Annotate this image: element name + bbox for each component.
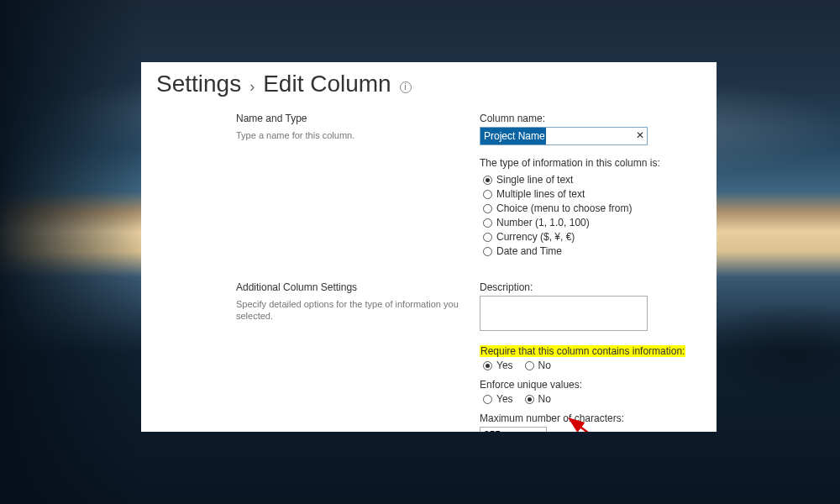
radio-icon (483, 233, 492, 242)
radio-icon (525, 361, 534, 370)
radio-label: No (538, 393, 551, 405)
column-type-radio-group: Single line of text Multiple lines of te… (483, 174, 701, 257)
radio-icon (525, 395, 534, 404)
section-name-and-type: Name and Type Type a name for this colum… (156, 113, 480, 260)
radio-label: Yes (496, 393, 513, 405)
breadcrumb-settings-link[interactable]: Settings (156, 71, 241, 97)
require-no[interactable]: No (525, 360, 551, 371)
column-name-input[interactable] (480, 127, 648, 145)
radio-icon (483, 204, 492, 213)
max-chars-input[interactable] (480, 427, 547, 432)
section-title: Additional Column Settings (236, 281, 471, 293)
radio-label: Yes (496, 360, 513, 371)
radio-date-time[interactable]: Date and Time (483, 245, 701, 257)
radio-label: Date and Time (496, 245, 562, 257)
radio-icon (483, 190, 492, 199)
radio-currency[interactable]: Currency ($, ¥, €) (483, 231, 701, 243)
settings-panel: Settings › Edit Column i Name and Type T… (141, 62, 717, 432)
description-textarea[interactable] (480, 296, 648, 331)
unique-yes[interactable]: Yes (483, 393, 513, 405)
radio-single-line[interactable]: Single line of text (483, 174, 701, 186)
radio-number[interactable]: Number (1, 1.0, 100) (483, 217, 701, 228)
require-radio-group: Yes No (483, 360, 701, 374)
radio-label: Number (1, 1.0, 100) (496, 217, 590, 228)
unique-radio-group: Yes No (483, 393, 701, 407)
radio-icon (483, 361, 492, 370)
require-yes[interactable]: Yes (483, 360, 513, 371)
section-description: Specify detailed options for the type of… (236, 298, 471, 323)
radio-label: Currency ($, ¥, €) (496, 231, 575, 243)
radio-icon (483, 247, 492, 256)
radio-label: Multiple lines of text (496, 188, 585, 200)
unique-label: Enforce unique values: (480, 379, 701, 391)
clear-input-icon[interactable]: ✕ (636, 129, 644, 141)
radio-label: Choice (menu to choose from) (496, 202, 632, 214)
page-title: Edit Column (263, 71, 391, 97)
highlight-annotation: Require that this column contains inform… (480, 345, 685, 357)
column-name-label: Column name: (480, 113, 701, 124)
radio-label: No (538, 360, 551, 371)
radio-icon (483, 395, 492, 404)
require-label: Require that this column contains inform… (480, 345, 701, 357)
section-title: Name and Type (236, 113, 471, 124)
section-description: Type a name for this column. (236, 129, 471, 141)
description-label: Description: (480, 281, 701, 293)
column-type-label: The type of information in this column i… (480, 157, 701, 169)
background-rocks-left (0, 0, 143, 504)
section-additional-settings: Additional Column Settings Specify detai… (156, 281, 480, 432)
info-icon[interactable]: i (400, 81, 412, 93)
breadcrumb-separator-icon: › (249, 78, 255, 96)
radio-icon (483, 218, 492, 228)
max-chars-label: Maximum number of characters: (480, 412, 701, 424)
radio-icon (483, 176, 492, 185)
breadcrumb: Settings › Edit Column i (156, 71, 701, 97)
radio-choice[interactable]: Choice (menu to choose from) (483, 202, 701, 214)
radio-multiple-lines[interactable]: Multiple lines of text (483, 188, 701, 200)
radio-label: Single line of text (496, 174, 573, 186)
unique-no[interactable]: No (525, 393, 551, 405)
